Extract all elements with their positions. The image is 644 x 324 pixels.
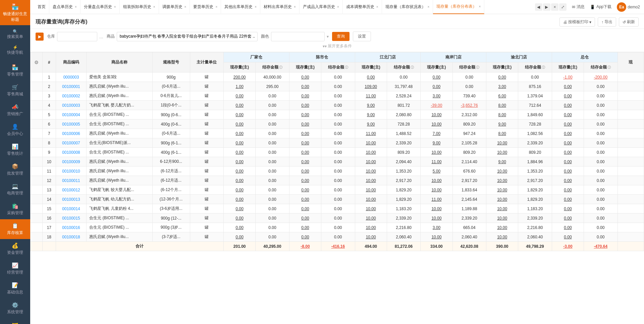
topbar-tab-stock-dist[interactable]: 现存量（库存分布表） × [433, 0, 484, 14]
row-na-qty-0[interactable]: 0.00 [421, 73, 452, 82]
row-fac-qty-1[interactable]: 1.00 [224, 82, 256, 91]
tab-batch-point-close[interactable]: × [114, 5, 116, 9]
topbar-home[interactable]: 首页 [34, 0, 49, 14]
topbar-tab-product-in[interactable]: 产成品入库单历史 × [300, 0, 343, 14]
row-tot-qty-14[interactable]: 0.00 [552, 204, 584, 214]
row-jb-qty-14[interactable]: 10.00 [355, 204, 387, 214]
row-yb-qty-16[interactable]: 10.00 [486, 223, 518, 232]
row-jb-qty-7[interactable]: 10.00 [355, 138, 387, 148]
row-na-qty-7[interactable]: 9.00 [421, 138, 452, 148]
row-fac-qty-11[interactable]: 0.00 [224, 176, 256, 185]
gear-icon[interactable]: ⚙ [34, 60, 39, 65]
yb-amt-info[interactable]: ⓘ [542, 65, 545, 69]
row-fac-qty-0[interactable]: 200.00 [224, 73, 256, 82]
filter-toggle[interactable]: ▶ [36, 33, 44, 41]
row-chen-qty-15[interactable]: 0.00 [289, 214, 321, 223]
row-chen-qty-10[interactable]: 0.00 [289, 167, 321, 176]
row-jb-qty-12[interactable]: 10.00 [355, 185, 387, 195]
row-code-6[interactable]: 00100006 [56, 129, 87, 138]
row-code-5[interactable]: 00100005 [56, 120, 87, 129]
row-chen-qty-0[interactable]: 0.00 [289, 73, 321, 82]
topbar-app-download[interactable]: 📱 App下载 [590, 4, 611, 10]
topbar-tab-batch-point[interactable]: 分量盘点单历史 × [80, 0, 120, 14]
sidebar-item-batch-mgmt[interactable]: 📦 批发管理 [0, 160, 30, 180]
row-fac-qty-7[interactable]: 0.00 [224, 138, 256, 148]
row-jb-qty-11[interactable]: 10.00 [355, 176, 387, 185]
row-na-qty-14[interactable]: 10.00 [421, 204, 452, 214]
row-na-qty-15[interactable]: 10.00 [421, 214, 452, 223]
row-chen-qty-13[interactable]: 0.00 [289, 195, 321, 204]
row-jb-qty-5[interactable]: 9.00 [355, 120, 387, 129]
topbar-tab-stock-status[interactable]: 现存量（库存状况表） × [382, 0, 433, 14]
row-jb-qty-15[interactable]: 10.00 [355, 214, 387, 223]
row-jb-qty-17[interactable]: 10.00 [355, 232, 387, 242]
sidebar-item-search[interactable]: 🔍 搜索英单 [0, 25, 30, 42]
chen-amt-info[interactable]: ⓘ [345, 65, 348, 69]
expand-more-btn[interactable]: ▾▾ 展开更多条件 [323, 43, 352, 49]
row-jb-qty-8[interactable]: 10.00 [355, 148, 387, 157]
row-code-9[interactable]: 00100009 [56, 157, 87, 167]
row-na-qty-17[interactable]: 10.00 [421, 232, 452, 242]
row-na-qty-6[interactable]: 7.00 [421, 129, 452, 138]
row-yb-qty-3[interactable]: 8.00 [486, 101, 518, 110]
row-yb-qty-13[interactable]: 10.00 [486, 195, 518, 204]
row-tot-qty-15[interactable]: 0.00 [552, 214, 584, 223]
row-yb-qty-14[interactable]: 10.00 [486, 204, 518, 214]
row-fac-qty-12[interactable]: 0.00 [224, 185, 256, 195]
row-chen-qty-12[interactable]: 0.00 [289, 185, 321, 195]
nav-fullscreen-arrow[interactable]: ⤢ [559, 3, 567, 11]
row-jb-qty-13[interactable]: 10.00 [355, 195, 387, 204]
tab-product-in-close[interactable]: × [337, 5, 339, 9]
sidebar-item-ecommerce[interactable]: 💻 电商管理 [0, 180, 30, 199]
sidebar-item-member[interactable]: 👤 会员中心 [0, 120, 30, 140]
row-tot-qty-6[interactable]: 0.00 [552, 129, 584, 138]
nav-close-arrow[interactable]: × [551, 3, 558, 11]
row-fac-qty-2[interactable]: 0.00 [224, 91, 256, 101]
sidebar-item-retail-mgmt[interactable]: 🏪 零售管理 [0, 61, 30, 81]
row-code-14[interactable]: 00100014 [56, 204, 87, 214]
row-na-qty-2[interactable]: 3.00 [421, 91, 452, 101]
row-fac-qty-6[interactable]: 0.00 [224, 129, 256, 138]
row-yb-qty-7[interactable]: 10.00 [486, 138, 518, 148]
row-code-17[interactable]: 00100018 [56, 232, 87, 242]
topbar-tab-cost-adjust[interactable]: 成本调整单历史 × [343, 0, 382, 14]
row-na-qty-10[interactable]: 5.00 [421, 167, 452, 176]
nav-next-arrow[interactable]: ▶ [543, 3, 550, 11]
row-fac-qty-8[interactable]: 0.00 [224, 148, 256, 157]
row-tot-qty-0[interactable]: -1.00 [552, 73, 584, 82]
row-code-4[interactable]: 00100004 [56, 110, 87, 120]
row-yb-qty-11[interactable]: 10.00 [486, 176, 518, 185]
tab-assembly-close[interactable]: × [153, 5, 155, 9]
tab-requisition-close[interactable]: × [215, 5, 217, 9]
row-code-8[interactable]: 00100008 [56, 148, 87, 157]
row-tot-qty-2[interactable]: 0.00 [552, 91, 584, 101]
row-na-qty-5[interactable]: 10.00 [421, 120, 452, 129]
row-tot-qty-5[interactable]: 0.00 [552, 120, 584, 129]
row-tot-qty-16[interactable]: 0.00 [552, 223, 584, 232]
print-button[interactable]: 🖨 按模板打印 ▾ [559, 17, 595, 27]
row-yb-qty-5[interactable]: 9.00 [486, 120, 518, 129]
row-chen-qty-9[interactable]: 0.00 [289, 157, 321, 167]
row-tot-qty-17[interactable]: 0.00 [552, 232, 584, 242]
topbar-tab-requisition[interactable]: 要货单历史 × [190, 0, 221, 14]
row-na-qty-8[interactable]: 10.00 [421, 148, 452, 157]
row-na-qty-3[interactable]: -39.00 [421, 101, 452, 110]
tab-other-out-close[interactable]: × [255, 5, 257, 9]
row-na-qty-4[interactable]: 10.00 [421, 110, 452, 120]
row-yb-qty-9[interactable]: 9.00 [486, 157, 518, 167]
row-code-1[interactable]: 00100001 [56, 82, 87, 91]
tab-transfer-close[interactable]: × [184, 5, 186, 9]
topbar-tab-other-out[interactable]: 其他出库单历史 × [221, 0, 260, 14]
row-fac-qty-3[interactable]: 0.00 [224, 101, 256, 110]
row-na-qty-9[interactable]: 11.00 [421, 157, 452, 167]
row-code-0[interactable]: 0000003 [56, 73, 87, 82]
row-yb-qty-15[interactable]: 10.00 [486, 214, 518, 223]
jb-amt-info[interactable]: ⓘ [411, 65, 414, 69]
row-tot-qty-9[interactable]: 0.00 [552, 157, 584, 167]
sidebar-item-marketing[interactable]: 📣 营销推广 [0, 100, 30, 120]
sidebar-item-quicknav[interactable]: ⚡ 快捷导航 [0, 42, 30, 58]
row-tot-qty-4[interactable]: 0.00 [552, 110, 584, 120]
row-na-qty-1[interactable]: 0.00 [421, 82, 452, 91]
row-fac-qty-16[interactable]: 0.00 [224, 223, 256, 232]
sidebar-item-retail-store[interactable]: 🛒 零售商城 [0, 81, 30, 100]
